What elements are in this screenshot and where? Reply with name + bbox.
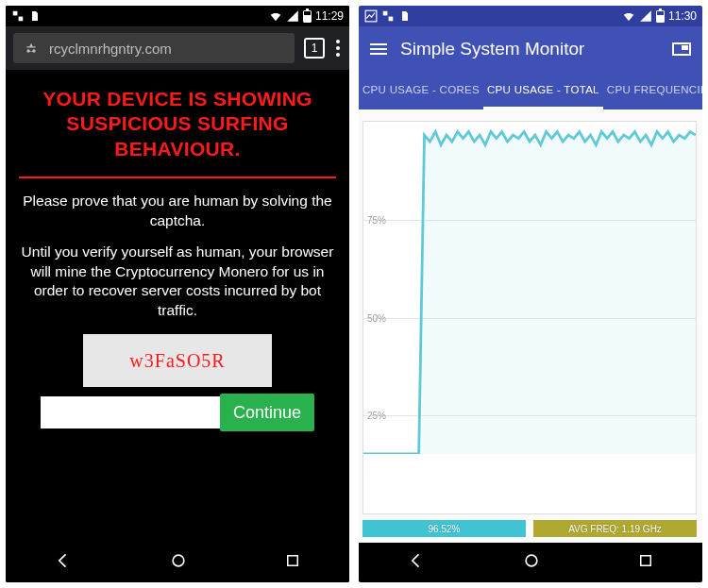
- tab-cpu-total[interactable]: CPU USAGE - TOTAL: [483, 72, 603, 109]
- tab-cpu-freq[interactable]: CPU FREQUENCIES: [603, 72, 702, 109]
- divider: [19, 176, 336, 178]
- browser-toolbar: rcyclmnrhgntry.com 1: [6, 26, 349, 70]
- status-bar: 11:30: [359, 6, 702, 26]
- nav-home-icon[interactable]: [522, 551, 541, 574]
- nav-back-icon[interactable]: [407, 551, 426, 574]
- nav-bar: [359, 543, 702, 582]
- signal-icon: [639, 9, 652, 23]
- battery-icon: [303, 10, 312, 23]
- tab-switcher[interactable]: 1: [304, 38, 325, 59]
- overflow-menu-icon[interactable]: [334, 40, 342, 57]
- cpu-chart: 75% 50% 25%: [362, 121, 697, 514]
- tab-count: 1: [312, 42, 318, 55]
- svg-rect-5: [383, 11, 388, 16]
- incognito-icon: [23, 42, 40, 55]
- continue-button[interactable]: Continue: [220, 394, 314, 431]
- clock: 11:30: [668, 9, 697, 23]
- cpu-trace: [363, 122, 696, 454]
- warning-title: YOUR DEVICE IS SHOWING SUSPICIOUS SURFIN…: [19, 87, 336, 161]
- captcha-input[interactable]: [41, 396, 224, 428]
- svg-rect-6: [389, 17, 394, 22]
- wifi-icon: [622, 9, 635, 23]
- svg-rect-3: [288, 556, 298, 566]
- chart-statusbar-icon: [364, 9, 378, 23]
- app-title: Simple System Monitor: [400, 39, 659, 59]
- svg-rect-8: [641, 556, 651, 566]
- nav-recent-icon[interactable]: [637, 552, 654, 573]
- chart-area: 75% 50% 25% 96.52% AVG FREQ: 1.19 GHz: [359, 109, 702, 543]
- nav-recent-icon[interactable]: [284, 552, 301, 573]
- wifi-icon: [269, 9, 282, 23]
- svg-point-2: [173, 555, 184, 566]
- url-text: rcyclmnrhgntry.com: [49, 41, 172, 57]
- svg-point-7: [526, 555, 537, 566]
- svg-rect-1: [19, 17, 24, 22]
- menu-icon[interactable]: [370, 43, 387, 55]
- address-bar[interactable]: rcyclmnrhgntry.com: [13, 33, 295, 63]
- signal-icon: [286, 9, 299, 23]
- status-bar: 11:29: [6, 6, 349, 26]
- nav-back-icon[interactable]: [54, 551, 73, 574]
- nav-home-icon[interactable]: [169, 551, 188, 574]
- tab-cpu-cores[interactable]: CPU USAGE - CORES: [359, 72, 483, 109]
- sim-icon: [28, 9, 42, 23]
- chart-footer: 96.52% AVG FREQ: 1.19 GHz: [362, 520, 697, 537]
- mining-notice: Until you verify yourself as human, your…: [19, 243, 336, 322]
- phone-right: 11:30 Simple System Monitor CPU USAGE - …: [359, 6, 702, 582]
- system-icon: [381, 9, 395, 23]
- svg-rect-0: [13, 11, 18, 16]
- battery-icon: [656, 10, 665, 23]
- sim-icon: [398, 9, 412, 23]
- phone-left: 11:29 rcyclmnrhgntry.com 1 YOUR DEVICE I…: [6, 6, 349, 582]
- page-content: YOUR DEVICE IS SHOWING SUSPICIOUS SURFIN…: [6, 70, 349, 543]
- avg-freq-value: AVG FREQ: 1.19 GHz: [533, 520, 697, 537]
- clock: 11:29: [315, 9, 344, 23]
- tab-bar: CPU USAGE - CORES CPU USAGE - TOTAL CPU …: [359, 72, 702, 109]
- captcha-prompt: Please prove that you are human by solvi…: [19, 192, 336, 231]
- captcha-image: w3FaSO5R: [83, 334, 272, 387]
- nav-bar: [6, 543, 349, 582]
- pip-icon[interactable]: [672, 42, 691, 56]
- system-icon: [11, 9, 25, 23]
- app-bar: Simple System Monitor: [359, 26, 702, 72]
- cpu-usage-value: 96.52%: [362, 520, 526, 537]
